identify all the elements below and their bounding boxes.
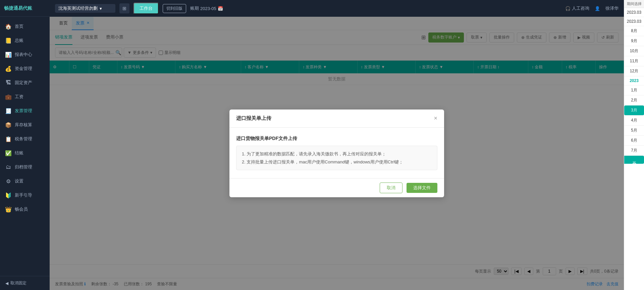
headset-icon: 🎧 bbox=[565, 6, 571, 11]
period-panel: 期间选择 2023.03 2023.03 8月 9月 10月 11月 12月 2… bbox=[624, 0, 644, 290]
ledger-icon: 📒 bbox=[5, 38, 11, 44]
period-item-4[interactable]: 4月 bbox=[624, 116, 644, 126]
period-item-3[interactable]: 3月 bbox=[624, 105, 644, 116]
sidebar-item-label: 设置 bbox=[15, 178, 23, 184]
sidebar-item-label: 固定资产 bbox=[15, 80, 32, 86]
company-selector[interactable]: 沈海英测试经营勿删 ▾ bbox=[55, 4, 115, 13]
period-item-6[interactable]: 6月 bbox=[624, 136, 644, 146]
period-item-11[interactable]: 11月 bbox=[624, 56, 644, 66]
modal-info-item-2: 2. 支持批量上传进口报关单，mac用户使用Command键，windows用户… bbox=[242, 158, 432, 166]
period-item-2023-03-b[interactable]: 2023.03 bbox=[624, 17, 644, 26]
company-action-btn[interactable]: ⊞ bbox=[119, 3, 129, 13]
sidebar-item-settle[interactable]: ✅结账 bbox=[0, 146, 50, 160]
modal-header: 进口报关单上传 × bbox=[229, 110, 444, 128]
period-item-2023-03-top[interactable]: 2023.03 bbox=[624, 8, 644, 17]
sidebar-footer[interactable]: ◀ 取消固定 bbox=[0, 276, 50, 290]
content-area: 首页 发票 ✕ 销项发票 进项发票 费用小票 ⊞ 税务数字账户 ▾ bbox=[50, 17, 624, 290]
period-item-7[interactable]: 7月 bbox=[624, 146, 644, 156]
sidebar-item-settings[interactable]: ⚙设置 bbox=[0, 174, 50, 188]
sidebar: 畅捷通易代账 🏠首页📒总账📊报表中心💰资金管理🏗固定资产💼工资🧾发票管理📦库存核… bbox=[0, 0, 50, 290]
period-item-9[interactable]: 9月 bbox=[624, 36, 644, 46]
app-logo: 畅捷通易代账 bbox=[4, 5, 32, 11]
modal-section-title: 进口货物报关单PDF文件上传 bbox=[236, 136, 437, 142]
modal-confirm-btn[interactable]: 选择文件 bbox=[407, 183, 437, 193]
home-icon: 🏠 bbox=[5, 23, 11, 29]
period-display: 账期 2023-05 📅 bbox=[190, 5, 223, 11]
sidebar-item-home[interactable]: 🏠首页 bbox=[0, 19, 50, 33]
invoice-icon: 🧾 bbox=[5, 108, 11, 114]
sidebar-nav: 🏠首页📒总账📊报表中心💰资金管理🏗固定资产💼工资🧾发票管理📦库存核算📋税务管理✅… bbox=[0, 17, 50, 276]
sidebar-item-label: 新手引导 bbox=[15, 192, 32, 198]
sidebar-logo: 畅捷通易代账 bbox=[0, 0, 50, 17]
sidebar-item-salary[interactable]: 💼工资 bbox=[0, 90, 50, 104]
sidebar-item-invoice[interactable]: 🧾发票管理 bbox=[0, 104, 50, 118]
sidebar-item-label: 发票管理 bbox=[15, 108, 32, 114]
topbar: 沈海英测试经营勿删 ▾ ⊞ 工作台 切到旧版 账期 2023-05 📅 🎧 人工… bbox=[50, 0, 624, 17]
modal-body: 进口货物报关单PDF文件上传 1. 为了更加精准的数据匹配，请先录入海关缴款书，… bbox=[229, 128, 444, 178]
sidebar-item-label: 报表中心 bbox=[15, 52, 32, 58]
calendar-icon[interactable]: 📅 bbox=[218, 6, 223, 11]
report-icon: 📊 bbox=[5, 52, 11, 58]
sidebar-item-label: 工资 bbox=[15, 94, 23, 100]
modal-title: 进口报关单上传 bbox=[236, 115, 271, 122]
sidebar-item-guide[interactable]: 🔰新手引导 bbox=[0, 188, 50, 202]
period-item-2[interactable]: 2月 bbox=[624, 95, 644, 105]
modal-footer: 取消 选择文件 bbox=[229, 178, 444, 197]
modal-overlay: 进口报关单上传 × 进口货物报关单PDF文件上传 1. 为了更加精准的数据匹配，… bbox=[50, 17, 624, 290]
archive-icon: 🗂 bbox=[5, 164, 11, 170]
period-item-5[interactable]: 5月 bbox=[624, 126, 644, 136]
settings-icon: ⚙ bbox=[5, 178, 11, 184]
tax-icon: 📋 bbox=[5, 136, 11, 142]
topbar-right: 🎧 人工咨询 👤 徐泽华 bbox=[565, 5, 619, 11]
modal-info-item-1: 1. 为了更加精准的数据匹配，请先录入海关缴款书，再上传对应的报关单； bbox=[242, 150, 432, 158]
open-period-btn[interactable]: 开启日期 bbox=[624, 156, 644, 164]
period-header: 期间选择 bbox=[624, 0, 644, 8]
user-avatar: 👤 bbox=[595, 6, 600, 11]
sidebar-item-fixed[interactable]: 🏗固定资产 bbox=[0, 76, 50, 90]
period-item-1[interactable]: 1月 bbox=[624, 85, 644, 95]
period-item-10[interactable]: 10月 bbox=[624, 46, 644, 56]
sidebar-item-ledger[interactable]: 📒总账 bbox=[0, 33, 50, 48]
support-btn[interactable]: 🎧 人工咨询 bbox=[565, 5, 589, 11]
sidebar-item-label: 总账 bbox=[15, 38, 23, 44]
sidebar-item-label: 结账 bbox=[15, 150, 23, 156]
salary-icon: 💼 bbox=[5, 94, 11, 100]
old-version-btn[interactable]: 切到旧版 bbox=[163, 4, 186, 13]
sidebar-item-label: 税务管理 bbox=[15, 136, 32, 142]
period-item-2023[interactable]: 2023 bbox=[624, 76, 644, 85]
sidebar-item-report[interactable]: 📊报表中心 bbox=[0, 48, 50, 62]
settle-icon: ✅ bbox=[5, 150, 11, 156]
modal-close-btn[interactable]: × bbox=[434, 115, 437, 122]
period-item-12[interactable]: 12月 bbox=[624, 66, 644, 76]
member-icon: 👑 bbox=[5, 206, 11, 212]
period-item-8[interactable]: 8月 bbox=[624, 26, 644, 36]
sidebar-item-label: 库存核算 bbox=[15, 122, 32, 128]
modal-info-box: 1. 为了更加精准的数据匹配，请先录入海关缴款书，再上传对应的报关单； 2. 支… bbox=[236, 146, 437, 170]
sidebar-item-fund[interactable]: 💰资金管理 bbox=[0, 62, 50, 76]
import-customs-modal: 进口报关单上传 × 进口货物报关单PDF文件上传 1. 为了更加精准的数据匹配，… bbox=[229, 110, 444, 197]
fund-icon: 💰 bbox=[5, 66, 11, 72]
sidebar-item-member[interactable]: 👑畅会员 bbox=[0, 202, 50, 216]
sidebar-item-label: 归档管理 bbox=[15, 164, 32, 170]
sidebar-item-archive[interactable]: 🗂归档管理 bbox=[0, 160, 50, 174]
sidebar-item-tax[interactable]: 📋税务管理 bbox=[0, 132, 50, 146]
sidebar-item-inventory[interactable]: 📦库存核算 bbox=[0, 118, 50, 132]
fixed-icon: 🏗 bbox=[5, 80, 11, 86]
sidebar-item-label: 资金管理 bbox=[15, 66, 32, 72]
main-area: 沈海英测试经营勿删 ▾ ⊞ 工作台 切到旧版 账期 2023-05 📅 🎧 人工… bbox=[50, 0, 624, 290]
workspace-btn[interactable]: 工作台 bbox=[133, 3, 159, 14]
chevron-down-icon: ▾ bbox=[100, 6, 102, 11]
sidebar-item-label: 首页 bbox=[15, 23, 23, 29]
user-name: 徐泽华 bbox=[605, 5, 619, 11]
guide-icon: 🔰 bbox=[5, 192, 11, 198]
sidebar-item-label: 畅会员 bbox=[15, 206, 28, 212]
modal-cancel-btn[interactable]: 取消 bbox=[380, 183, 402, 193]
inventory-icon: 📦 bbox=[5, 122, 11, 128]
